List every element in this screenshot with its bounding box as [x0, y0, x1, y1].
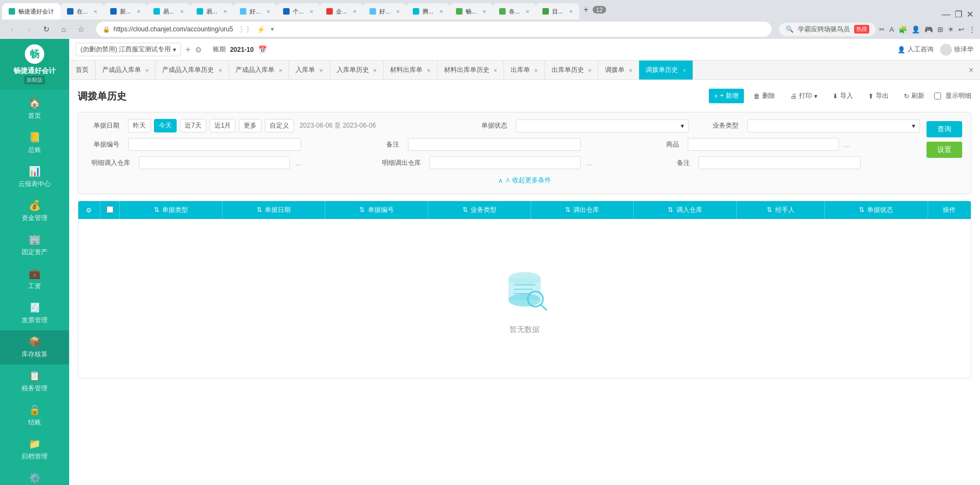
- col-handler[interactable]: ⇅ 经手人: [736, 201, 824, 219]
- setting-button[interactable]: 设置: [927, 142, 962, 158]
- week-btn[interactable]: 近7天: [180, 119, 206, 132]
- tab-close-10[interactable]: ×: [440, 8, 443, 15]
- browser-tab-8[interactable]: 企... ×: [320, 3, 363, 19]
- biztype-filter-select[interactable]: ▾: [747, 119, 920, 132]
- tab-close-11[interactable]: ×: [483, 8, 486, 15]
- to-wh-dots[interactable]: ...: [586, 159, 592, 167]
- col-doc-date[interactable]: ⇅ 单据日期: [222, 201, 325, 219]
- show-cols-toggle[interactable]: 显示明细: [934, 91, 971, 101]
- today-btn[interactable]: 今天: [154, 119, 177, 132]
- site-info-icon[interactable]: ⋮⋮: [238, 25, 251, 33]
- browser-tab-2[interactable]: 在... ×: [61, 3, 104, 19]
- new-tab-button[interactable]: +: [579, 3, 593, 17]
- close-all-button[interactable]: ×: [962, 65, 980, 75]
- remark2-input[interactable]: [699, 156, 861, 169]
- sidebar-item-archive[interactable]: 📁 归档管理: [0, 433, 69, 467]
- from-wh-dots[interactable]: ...: [296, 159, 301, 167]
- col-doc-type[interactable]: ⇅ 单据类型: [119, 201, 222, 219]
- tab-close-transfer-history[interactable]: ×: [682, 67, 686, 74]
- print-button[interactable]: 🖨 打印 ▾: [785, 89, 823, 103]
- tab-close-out[interactable]: ×: [534, 67, 538, 74]
- to-wh-input[interactable]: [429, 156, 581, 169]
- browser-tab-4[interactable]: 易... ×: [147, 3, 190, 19]
- yesterday-btn[interactable]: 昨天: [128, 119, 151, 132]
- sidebar-item-salary[interactable]: 💼 工资: [0, 262, 69, 296]
- tab-close-5[interactable]: ×: [224, 8, 227, 15]
- refresh-button-page[interactable]: ↻ 刷新: [898, 89, 930, 103]
- tab-close-ih[interactable]: ×: [373, 67, 377, 74]
- new-button[interactable]: + + 新增: [709, 89, 744, 103]
- window-close[interactable]: ✕: [966, 9, 974, 19]
- page-tab-transfer[interactable]: 调拨单 ×: [599, 61, 639, 80]
- tab-close-pi2[interactable]: ×: [279, 67, 282, 74]
- add-company-button[interactable]: +: [185, 45, 190, 55]
- page-tab-products-inbound[interactable]: 产成品入库单 ×: [96, 61, 156, 80]
- tab-close-transfer[interactable]: ×: [629, 67, 632, 74]
- browser-tab-10[interactable]: 腾... ×: [406, 3, 449, 19]
- table-settings-icon[interactable]: ⚙: [86, 207, 92, 214]
- col-out-warehouse[interactable]: ⇅ 调出仓库: [531, 201, 634, 219]
- sidebar-item-inventory[interactable]: 📦 库存核算: [0, 330, 69, 364]
- export-button[interactable]: ⬆ 导出: [863, 89, 894, 103]
- sidebar-item-settings[interactable]: ⚙️ 基础设置: [0, 467, 69, 485]
- show-cols-checkbox[interactable]: [934, 92, 941, 99]
- dropdown-icon[interactable]: ▾: [271, 25, 274, 33]
- page-tab-outbound[interactable]: 出库单 ×: [504, 61, 545, 80]
- collapse-button[interactable]: ∧ ∧ 收起更多条件: [494, 174, 555, 187]
- from-wh-input[interactable]: [139, 156, 290, 169]
- goods-filter-input[interactable]: [688, 138, 839, 151]
- browser-tab-12[interactable]: 各... ×: [493, 3, 536, 19]
- sidebar-item-closing[interactable]: 🔒 结账: [0, 398, 69, 433]
- undo-icon[interactable]: ↩: [958, 25, 964, 34]
- page-tab-outbound-history[interactable]: 出库单历史 ×: [545, 61, 599, 80]
- browser-tab-3[interactable]: 新... ×: [104, 3, 147, 19]
- tab-close-8[interactable]: ×: [353, 8, 357, 15]
- tab-close-7[interactable]: ×: [310, 8, 313, 15]
- page-tab-home[interactable]: 首页: [69, 61, 96, 80]
- browser-tab-5[interactable]: 易... ×: [190, 3, 233, 19]
- table-settings-col[interactable]: ⚙: [78, 201, 100, 219]
- browser-tab-13[interactable]: 目... ×: [536, 3, 579, 19]
- tab-close-6[interactable]: ×: [267, 8, 270, 15]
- tab-close-2[interactable]: ×: [94, 8, 97, 15]
- custom-btn[interactable]: 自定义: [265, 119, 294, 132]
- browser-tab-7[interactable]: 个... ×: [277, 3, 320, 19]
- help-button[interactable]: 👤 人工咨询: [897, 45, 934, 54]
- browser-tab-9[interactable]: 好... ×: [363, 3, 406, 19]
- forward-button[interactable]: ›: [22, 22, 37, 37]
- translate-icon[interactable]: A: [889, 25, 894, 34]
- remark-filter-input[interactable]: [408, 138, 581, 151]
- browser-tab-6[interactable]: 好... ×: [233, 3, 277, 19]
- calendar-icon[interactable]: 📅: [258, 45, 267, 54]
- page-tab-products-inbound-history[interactable]: 产成品入库单历史 ×: [156, 61, 229, 80]
- month-btn[interactable]: 近1月: [210, 119, 236, 132]
- tab-close-9[interactable]: ×: [397, 8, 400, 15]
- page-tab-inbound[interactable]: 入库单 ×: [289, 61, 330, 80]
- page-tab-transfer-history[interactable]: 调拨单历史 ×: [639, 61, 693, 80]
- sidebar-item-invoice[interactable]: 🧾 发票管理: [0, 296, 69, 330]
- extensions-icon[interactable]: 🧩: [898, 25, 907, 34]
- page-tab-material-out-history[interactable]: 材料出库单历史 ×: [438, 61, 504, 80]
- window-maximize[interactable]: ❐: [955, 9, 962, 19]
- delete-button[interactable]: 🗑 删除: [748, 89, 781, 103]
- status-filter-select[interactable]: ▾: [516, 119, 689, 132]
- company-selector[interactable]: (勿删勿禁用) 江西服宝测试专用 ▾: [76, 43, 181, 56]
- tab-close-pi[interactable]: ×: [145, 67, 149, 74]
- col-doc-no[interactable]: ⇅ 单据编号: [325, 201, 428, 219]
- tab-close-mo[interactable]: ×: [427, 67, 430, 74]
- col-in-warehouse[interactable]: ⇅ 调入仓库: [634, 201, 736, 219]
- tab-close-pih[interactable]: ×: [218, 67, 221, 74]
- tab-close-13[interactable]: ×: [569, 8, 573, 15]
- profile-icon[interactable]: 👤: [911, 25, 920, 34]
- tab-close-outh[interactable]: ×: [588, 67, 592, 74]
- search-text[interactable]: 学霸应聘场驱鸟员: [798, 25, 850, 34]
- more-btn[interactable]: 更多: [239, 119, 261, 132]
- tab-close-3[interactable]: ×: [137, 8, 140, 15]
- page-tab-products-inbound2[interactable]: 产成品入库单 ×: [229, 61, 289, 80]
- check-all-checkbox[interactable]: [106, 206, 113, 213]
- query-button[interactable]: 查询: [927, 121, 962, 137]
- goods-filter-dots[interactable]: ...: [844, 141, 850, 149]
- company-settings-icon[interactable]: ⚙: [195, 45, 202, 54]
- refresh-button[interactable]: ↻: [39, 22, 54, 37]
- browser-tab-11[interactable]: 畅... ×: [449, 3, 493, 19]
